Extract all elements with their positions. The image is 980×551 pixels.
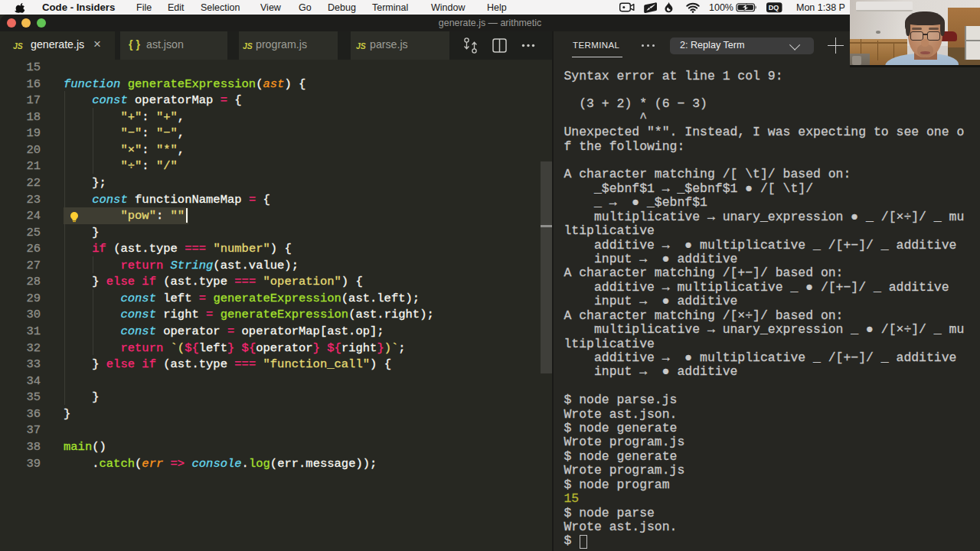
svg-text:DQ: DQ [769,4,779,11]
